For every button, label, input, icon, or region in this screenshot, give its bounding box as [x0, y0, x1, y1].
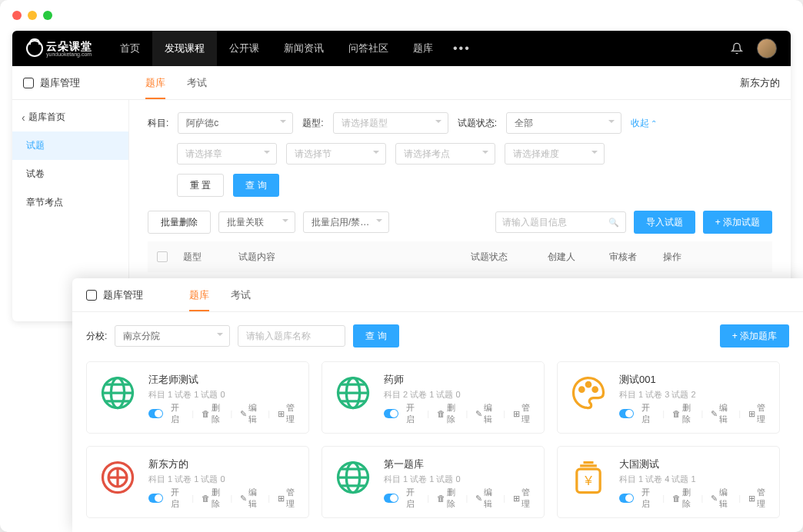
- th-creator: 创建人: [548, 251, 609, 264]
- open-label: 开启: [171, 487, 184, 510]
- card-title: 药师: [384, 373, 533, 387]
- reset-button[interactable]: 重 置: [177, 174, 224, 197]
- collapse-filters-link[interactable]: 收起: [631, 117, 657, 130]
- overlay-header: 题库管理 题库 考试: [72, 278, 803, 312]
- card-manage[interactable]: ⊞管理: [748, 487, 768, 510]
- add-question-button[interactable]: + 添加试题: [703, 211, 772, 234]
- status-label: 试题状态:: [458, 117, 497, 130]
- card-edit[interactable]: ✎编辑: [475, 402, 495, 425]
- logo-text: 云朵课堂: [46, 41, 92, 52]
- logo[interactable]: 云朵课堂 yunduoketang.com: [26, 40, 92, 57]
- top-nav: 云朵课堂 yunduoketang.com 首页 发现课程 公开课 新闻资讯 问…: [12, 31, 791, 66]
- branch-select[interactable]: 南京分院: [115, 325, 230, 347]
- card-edit[interactable]: ✎编辑: [240, 487, 260, 510]
- close-window-icon[interactable]: [12, 11, 22, 20]
- notification-bell-icon[interactable]: [731, 42, 743, 55]
- card-title: 新东方的: [148, 457, 298, 471]
- card-manage[interactable]: ⊞管理: [513, 487, 533, 510]
- overlay-query-button[interactable]: 查 询: [353, 324, 398, 347]
- school-name: 新东方的: [740, 76, 780, 90]
- open-label: 开启: [171, 402, 184, 425]
- subject-select[interactable]: 阿萨德c: [178, 112, 293, 134]
- open-toggle[interactable]: [619, 409, 634, 418]
- nav-bank[interactable]: 题库: [401, 31, 445, 66]
- type-label: 题型:: [302, 117, 323, 130]
- card-manage[interactable]: ⊞管理: [513, 402, 533, 425]
- traffic-lights: [12, 11, 52, 20]
- subject-label: 科目:: [148, 117, 168, 130]
- coin-icon: [98, 457, 138, 497]
- svg-text:¥: ¥: [584, 473, 592, 488]
- open-toggle[interactable]: [148, 494, 163, 503]
- nav-discover[interactable]: 发现课程: [152, 31, 217, 66]
- branch-label: 分校:: [86, 330, 107, 343]
- table-header: 题型 试题内容 试题状态 创建人 审核者 操作: [148, 241, 772, 272]
- add-bank-button[interactable]: + 添加题库: [720, 324, 789, 347]
- card-edit[interactable]: ✎编辑: [711, 402, 731, 425]
- bank-card[interactable]: 新东方的 科目 1 试卷 1 试题 0 开启 | 🗑删除 | ✎编辑 | ⊞管理: [86, 446, 309, 518]
- open-toggle[interactable]: [384, 409, 398, 418]
- query-button[interactable]: 查 询: [233, 174, 278, 197]
- card-delete[interactable]: 🗑删除: [672, 487, 693, 510]
- cloud-logo-icon: [26, 40, 43, 57]
- sidebar-item-papers[interactable]: 试卷: [12, 160, 128, 188]
- maximize-window-icon[interactable]: [43, 11, 52, 20]
- th-reviewer: 审核者: [609, 251, 663, 264]
- card-manage[interactable]: ⊞管理: [748, 402, 768, 425]
- th-type: 题型: [183, 251, 238, 264]
- subtab-exam[interactable]: 考试: [187, 67, 207, 99]
- card-title: 测试001: [619, 373, 768, 387]
- bank-card[interactable]: 测试001 科目 1 试卷 3 试题 2 开启 | 🗑删除 | ✎编辑 | ⊞管…: [557, 361, 780, 434]
- bank-card[interactable]: ¥ 大国测试 科目 1 试卷 4 试题 1 开启 | 🗑删除 | ✎编辑 | ⊞…: [557, 446, 780, 518]
- sidebar-item-points[interactable]: 章节考点: [12, 188, 128, 217]
- chapter-select[interactable]: 请选择章: [177, 143, 277, 165]
- open-toggle[interactable]: [384, 494, 398, 503]
- bank-name-input[interactable]: 请输入题库名称: [238, 325, 345, 347]
- card-delete[interactable]: 🗑删除: [437, 402, 458, 425]
- point-select[interactable]: 请选择考点: [395, 143, 495, 165]
- palette-icon: [568, 373, 608, 413]
- minimize-window-icon[interactable]: [28, 11, 37, 20]
- card-edit[interactable]: ✎编辑: [711, 487, 731, 510]
- status-select[interactable]: 全部: [506, 112, 621, 134]
- card-edit[interactable]: ✎编辑: [240, 402, 260, 425]
- bank-manage-icon: [23, 78, 34, 88]
- difficulty-select[interactable]: 请选择难度: [505, 143, 605, 165]
- th-status: 试题状态: [471, 251, 548, 264]
- type-select[interactable]: 请选择题型: [333, 112, 448, 134]
- card-delete[interactable]: 🗑删除: [202, 402, 222, 425]
- overlay-window: 题库管理 题库 考试 分校: 南京分院 请输入题库名称 查 询 + 添加题库 汪…: [72, 278, 803, 532]
- card-delete[interactable]: 🗑删除: [672, 402, 693, 425]
- globe-icon: [333, 373, 373, 413]
- user-avatar[interactable]: [757, 38, 777, 58]
- card-delete[interactable]: 🗑删除: [202, 487, 222, 510]
- section-select[interactable]: 请选择节: [286, 143, 386, 165]
- bank-card[interactable]: 汪老师测试 科目 1 试卷 1 试题 0 开启 | 🗑删除 | ✎编辑 | ⊞管…: [86, 361, 309, 434]
- subtab-bank[interactable]: 题库: [145, 67, 165, 99]
- nav-qa[interactable]: 问答社区: [336, 31, 401, 66]
- breadcrumb-back[interactable]: ‹ 题库首页: [12, 103, 128, 131]
- overlay-tab-bank[interactable]: 题库: [189, 279, 209, 311]
- bank-card[interactable]: 药师 科目 2 试卷 1 试题 0 开启 | 🗑删除 | ✎编辑 | ⊞管理: [322, 361, 545, 434]
- card-edit[interactable]: ✎编辑: [475, 487, 495, 510]
- nav-home[interactable]: 首页: [108, 31, 152, 66]
- sidebar-item-questions[interactable]: 试题: [12, 131, 128, 160]
- select-all-checkbox[interactable]: [157, 251, 168, 262]
- bank-card[interactable]: 第一题库 科目 1 试卷 1 试题 0 开启 | 🗑删除 | ✎编辑 | ⊞管理: [322, 446, 545, 518]
- nav-news[interactable]: 新闻资讯: [272, 31, 336, 66]
- svg-point-4: [580, 387, 584, 391]
- batch-enable-select[interactable]: 批量启用/禁…: [303, 211, 389, 233]
- batch-assoc-select[interactable]: 批量关联: [218, 211, 295, 233]
- overlay-tab-exam[interactable]: 考试: [231, 279, 251, 311]
- open-toggle[interactable]: [148, 409, 163, 418]
- card-manage[interactable]: ⊞管理: [278, 487, 298, 510]
- nav-more-icon[interactable]: •••: [445, 42, 478, 55]
- open-toggle[interactable]: [619, 494, 634, 503]
- import-button[interactable]: 导入试题: [634, 211, 695, 234]
- open-label: 开启: [406, 402, 419, 425]
- card-delete[interactable]: 🗑删除: [437, 487, 458, 510]
- nav-openclass[interactable]: 公开课: [217, 31, 272, 66]
- batch-delete-button[interactable]: 批量删除: [148, 211, 211, 234]
- card-manage[interactable]: ⊞管理: [278, 402, 298, 425]
- search-input[interactable]: 请输入题目信息: [495, 211, 626, 233]
